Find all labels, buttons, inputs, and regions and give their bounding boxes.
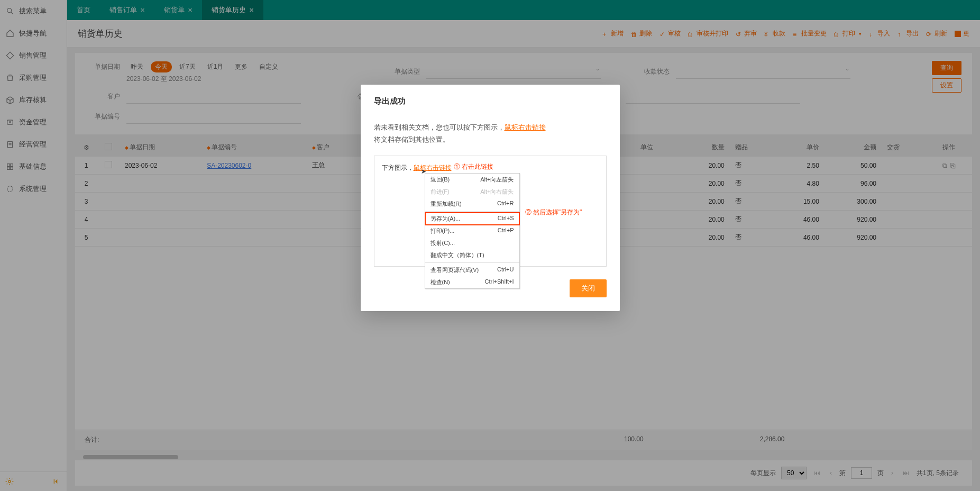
modal-instruction-image: 下方图示，鼠标右击链接 ➤ ① 右击此链接 返回(B)Alt+向左箭头前进(F)… bbox=[374, 156, 607, 267]
modal-overlay[interactable]: 导出成功 若未看到相关文档，您也可以按下方图示，鼠标右击链接 将文档存储到其他位… bbox=[0, 0, 980, 491]
context-menu-item: 翻成中文（简体）(T) bbox=[425, 249, 519, 261]
close-button[interactable]: 关闭 bbox=[570, 279, 607, 297]
right-click-link[interactable]: 鼠标右击链接 bbox=[505, 123, 546, 131]
context-menu-item: 另存为(A)...Ctrl+S bbox=[425, 213, 519, 225]
context-menu-item: 查看网页源代码(V)Ctrl+U bbox=[425, 264, 519, 276]
modal-description: 若未看到相关文档，您也可以按下方图示，鼠标右击链接 将文档存储到其他位置。 bbox=[374, 121, 607, 146]
context-menu-item: 打印(P)...Ctrl+P bbox=[425, 225, 519, 237]
example-link: 鼠标右击链接 bbox=[414, 164, 452, 171]
context-menu-item: 投射(C)... bbox=[425, 237, 519, 249]
context-menu-item: 前进(F)Alt+向右箭头 bbox=[425, 186, 519, 198]
context-menu-example: 返回(B)Alt+向左箭头前进(F)Alt+向右箭头重新加载(R)Ctrl+R另… bbox=[425, 173, 520, 289]
modal-title: 导出成功 bbox=[374, 96, 607, 106]
annotation-2: ② 然后选择"另存为" bbox=[525, 208, 582, 217]
annotation-1: ① 右击此链接 bbox=[454, 162, 493, 171]
export-success-modal: 导出成功 若未看到相关文档，您也可以按下方图示，鼠标右击链接 将文档存储到其他位… bbox=[361, 85, 620, 311]
context-menu-item: 检查(N)Ctrl+Shift+I bbox=[425, 276, 519, 288]
context-menu-item: 返回(B)Alt+向左箭头 bbox=[425, 174, 519, 186]
context-menu-item: 重新加载(R)Ctrl+R bbox=[425, 198, 519, 210]
